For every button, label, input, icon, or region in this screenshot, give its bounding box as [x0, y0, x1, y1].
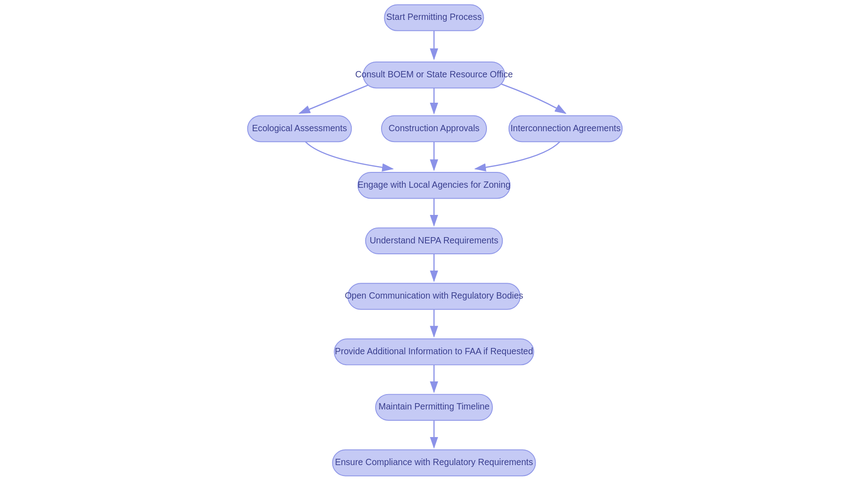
node-construction-label: Construction Approvals — [388, 123, 479, 133]
diagram-container: Start Permitting Process Consult BOEM or… — [0, 0, 868, 490]
node-faa-label: Provide Additional Information to FAA if… — [335, 346, 533, 356]
node-timeline-label: Maintain Permitting Timeline — [378, 401, 490, 411]
node-consult-label: Consult BOEM or State Resource Office — [355, 69, 513, 79]
node-engage-label: Engage with Local Agencies for Zoning — [358, 180, 510, 190]
node-start-label: Start Permitting Process — [387, 12, 482, 22]
node-compliance-label: Ensure Compliance with Regulatory Requir… — [335, 457, 533, 467]
node-ecological-label: Ecological Assessments — [252, 123, 347, 133]
node-communication-label: Open Communication with Regulatory Bodie… — [345, 290, 524, 300]
node-interconnection-label: Interconnection Agreements — [510, 123, 621, 133]
node-nepa-label: Understand NEPA Requirements — [370, 235, 499, 245]
